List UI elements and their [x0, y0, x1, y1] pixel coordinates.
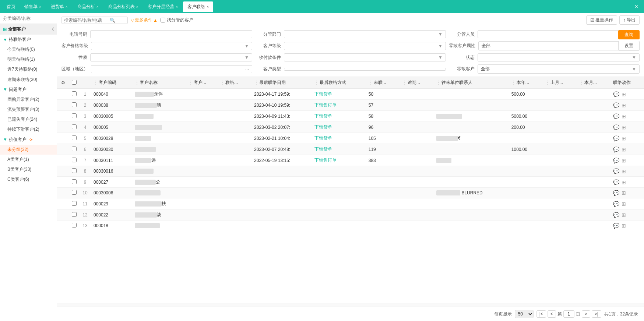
row-checkbox-cell[interactable]	[69, 122, 80, 133]
contact-method-link[interactable]: 下销货单	[314, 147, 332, 152]
grid-action-icon[interactable]: ⊞	[622, 190, 626, 196]
chat-icon[interactable]: 💬	[613, 201, 619, 207]
col-last-date[interactable]: ⋮最后联络日期	[251, 77, 312, 89]
chat-icon[interactable]: 💬	[613, 91, 619, 97]
filter-search-icon[interactable]: 🔍	[110, 18, 115, 23]
row-last-method[interactable]: 下销售订单	[312, 100, 366, 111]
chat-icon[interactable]: 💬	[613, 190, 619, 196]
sidebar-item-1-3[interactable]: 持续下滑客户(2)	[0, 124, 57, 134]
row-checkbox-cell[interactable]	[69, 209, 80, 221]
row-checkbox-cell[interactable]	[69, 155, 80, 166]
nav-tab-销售单[interactable]: 销售单×	[20, 1, 46, 12]
sidebar-all-customers[interactable]: ⊞ 全部客户 《	[0, 24, 57, 35]
row-last-method[interactable]	[312, 209, 366, 221]
filter-search-box[interactable]: 🔍	[61, 17, 128, 24]
col-type[interactable]: ⋮客户...	[186, 77, 217, 89]
chat-icon[interactable]: 💬	[613, 102, 619, 108]
grid-action-icon[interactable]: ⊞	[622, 168, 626, 174]
row-last-method[interactable]	[312, 198, 366, 209]
sidebar-item-1-0[interactable]: 固购异常客户(2)	[0, 95, 57, 105]
filter-more-conditions[interactable]: ▽ 更多条件 ▲	[131, 17, 158, 23]
row-checkbox[interactable]	[72, 168, 77, 173]
grid-action-icon[interactable]: ⊞	[622, 147, 626, 152]
grid-action-icon[interactable]: ⊞	[622, 91, 626, 97]
row-checkbox-cell[interactable]	[69, 111, 80, 122]
row-checkbox[interactable]	[72, 91, 77, 96]
contact-method-link[interactable]: 下销售订单	[314, 158, 337, 163]
export-button[interactable]: ↑ 导出	[619, 15, 640, 25]
sidebar-item-0-3[interactable]: 逾期未联络(30)	[0, 75, 57, 85]
reset-button[interactable]: 设置	[618, 41, 640, 51]
region-select[interactable]: ···	[91, 65, 252, 73]
grid-action-icon[interactable]: ⊞	[622, 124, 626, 130]
chat-icon[interactable]: 💬	[613, 147, 619, 152]
row-checkbox[interactable]	[72, 124, 77, 129]
grid-action-icon[interactable]: ⊞	[622, 158, 626, 163]
row-checkbox[interactable]	[72, 201, 77, 206]
grid-action-icon[interactable]: ⊞	[622, 201, 626, 207]
row-last-method[interactable]: 下销售订单	[312, 155, 366, 166]
first-page-button[interactable]: |<	[536, 310, 546, 318]
col-contact[interactable]: ⋮联络...	[217, 77, 251, 89]
status-select[interactable]: ▼	[478, 53, 640, 61]
customer-level-select[interactable]: ▼	[284, 42, 446, 50]
grid-action-icon[interactable]: ⊞	[622, 113, 626, 119]
sidebar-item-0-2[interactable]: 近7天待联络(0)	[0, 64, 57, 74]
contact-method-link[interactable]: 下销货单	[314, 113, 332, 119]
close-all-tabs-button[interactable]: ×	[632, 3, 641, 10]
per-page-select[interactable]: 5020100	[515, 310, 534, 318]
contact-method-link[interactable]: 下销货单	[314, 124, 332, 130]
payment-select[interactable]: ▼	[284, 53, 446, 61]
row-checkbox-cell[interactable]	[69, 100, 80, 111]
row-checkbox[interactable]	[72, 223, 77, 227]
grid-action-icon[interactable]: ⊞	[622, 223, 626, 229]
row-last-method[interactable]	[312, 166, 366, 177]
price-level-select[interactable]: ▼	[91, 42, 252, 50]
tab-close-icon[interactable]: ×	[39, 5, 41, 9]
col-this-month[interactable]: ⋮本月...	[576, 77, 610, 89]
row-checkbox[interactable]	[72, 179, 77, 184]
nav-tab-进货单[interactable]: 进货单×	[46, 1, 72, 12]
chat-icon[interactable]: 💬	[613, 223, 619, 229]
contact-method-link[interactable]: 下销货单	[314, 91, 332, 96]
filter-search-input[interactable]	[64, 18, 108, 23]
row-checkbox-cell[interactable]	[69, 221, 80, 231]
row-checkbox-cell[interactable]	[69, 144, 80, 155]
my-customers-checkbox[interactable]	[161, 18, 165, 22]
grid-action-icon[interactable]: ⊞	[622, 102, 626, 108]
sidebar-group-header-2[interactable]: ▼ 价值客户⟳	[0, 135, 57, 145]
sidebar-collapse-btn[interactable]: 《	[50, 27, 54, 32]
row-checkbox-cell[interactable]	[69, 133, 80, 144]
grid-action-icon[interactable]: ⊞	[622, 212, 626, 218]
sidebar-item-2-3[interactable]: C类客户(6)	[0, 174, 57, 184]
horizontal-scrollbar[interactable]	[57, 303, 644, 307]
col-checkbox[interactable]	[69, 77, 80, 89]
bulk-ops-button[interactable]: ☑ 批量操作	[586, 15, 617, 25]
page-input[interactable]	[563, 310, 574, 318]
chat-icon[interactable]: 💬	[613, 113, 619, 119]
row-checkbox-cell[interactable]	[69, 177, 80, 188]
region-more-icon[interactable]: ···	[245, 67, 249, 72]
phone-input[interactable]	[90, 30, 252, 38]
refresh-icon[interactable]: ⟳	[29, 138, 32, 142]
row-checkbox[interactable]	[72, 158, 77, 162]
sidebar-item-0-1[interactable]: 明天待联络(1)	[0, 54, 57, 64]
retail-customer-select[interactable]: 全部 ▼	[478, 64, 640, 74]
row-checkbox-cell[interactable]	[69, 166, 80, 177]
chat-icon[interactable]: 💬	[613, 212, 619, 218]
row-checkbox[interactable]	[72, 147, 77, 151]
department-select[interactable]: ▼	[284, 30, 446, 38]
row-checkbox[interactable]	[72, 212, 77, 217]
row-checkbox[interactable]	[72, 190, 77, 195]
row-last-method[interactable]	[312, 188, 366, 198]
row-last-method[interactable]	[312, 177, 366, 188]
chat-icon[interactable]: 💬	[613, 135, 619, 141]
my-customers-filter[interactable]: 我分管的客户	[161, 17, 193, 23]
grid-action-icon[interactable]: ⊞	[622, 179, 626, 185]
row-last-method[interactable]: 下销货单	[312, 133, 366, 144]
nav-tab-商品分析[interactable]: 商品分析×	[73, 1, 103, 12]
nature-select[interactable]: ▼	[90, 53, 252, 61]
chat-icon[interactable]: 💬	[613, 158, 619, 163]
col-last-method[interactable]: ⋮最后联络方式	[312, 77, 366, 89]
prev-page-button[interactable]: <	[548, 310, 556, 318]
